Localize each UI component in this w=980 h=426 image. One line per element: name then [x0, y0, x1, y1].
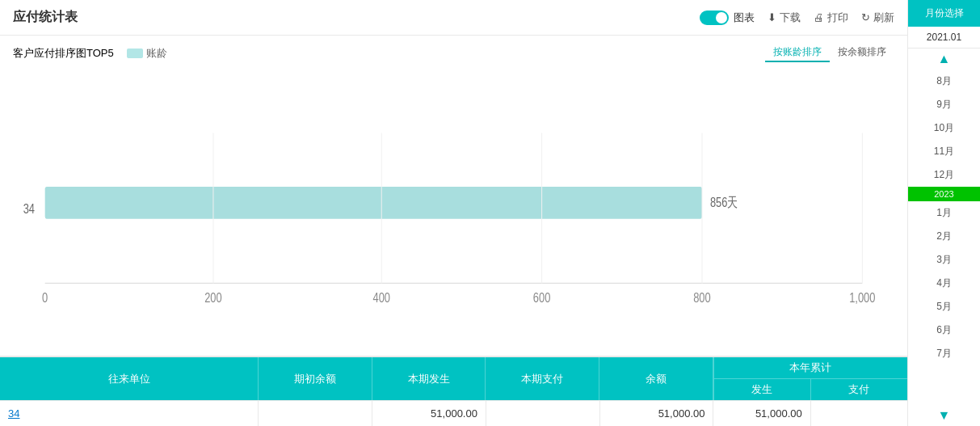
sidebar-month-7[interactable]: 7月 — [908, 342, 980, 365]
sort-buttons: 按账龄排序 按余额排序 — [765, 44, 894, 62]
chart-toggle-label: 图表 — [734, 11, 755, 25]
td-col2 — [259, 401, 372, 426]
legend-title: 客户应付排序图TOP5 — [13, 46, 114, 61]
svg-text:400: 400 — [372, 289, 390, 305]
sidebar-year-2023: 2023 — [908, 187, 980, 201]
chart-area: 客户应付排序图TOP5 账龄 按账龄排序 按余额排序 34 856天 — [0, 36, 907, 356]
sidebar-month-10[interactable]: 10月 — [908, 116, 980, 140]
sidebar-month-1[interactable]: 1月 — [908, 201, 980, 225]
th-col1: 往来单位 — [0, 357, 259, 400]
svg-text:34: 34 — [23, 200, 36, 216]
sidebar-month-5[interactable]: 5月 — [908, 295, 980, 318]
sidebar-header: 月份选择 — [908, 0, 980, 27]
chart-legend: 客户应付排序图TOP5 账龄 按账龄排序 按余额排序 — [13, 44, 894, 62]
th-col3: 本期发生 — [372, 357, 486, 400]
sort-by-account-btn[interactable]: 按账龄排序 — [765, 44, 830, 62]
table-row: 34 51,000.00 51,000.00 51,000.00 — [0, 400, 907, 426]
svg-text:856天: 856天 — [710, 194, 738, 209]
th-col5: 余额 — [599, 357, 713, 400]
sidebar-month-2[interactable]: 2月 — [908, 225, 980, 248]
svg-text:0: 0 — [42, 289, 48, 305]
print-label: 打印 — [827, 11, 848, 25]
sidebar-months: 8月 9月 10月 11月 12月 2023 1月 2月 3月 4月 5月 6月… — [908, 70, 980, 405]
sidebar-month-3[interactable]: 3月 — [908, 248, 980, 272]
sort-by-amount-btn[interactable]: 按余额排序 — [830, 44, 894, 62]
header: 应付统计表 图表 ⬇ 下载 🖨 打印 ↻ 刷新 — [0, 0, 907, 36]
download-label: 下载 — [780, 11, 801, 25]
sidebar: 月份选择 2021.01 ▲ 8月 9月 10月 11月 12月 2023 1月… — [907, 0, 980, 426]
legend-item: 账龄 — [127, 46, 167, 61]
svg-text:600: 600 — [533, 289, 551, 305]
chart-svg: 34 856天 0 200 400 600 800 1,000 — [13, 69, 894, 348]
refresh-icon: ↻ — [861, 11, 870, 23]
td-col1-link[interactable]: 34 — [8, 407, 19, 420]
th-col6-sub2: 支付 — [810, 379, 907, 400]
td-col3: 51,000.00 — [372, 401, 486, 426]
th-col4: 本期支付 — [486, 357, 599, 400]
svg-text:800: 800 — [693, 289, 711, 305]
sidebar-scroll-up-btn[interactable]: ▲ — [908, 49, 980, 70]
sidebar-scroll-down-btn[interactable]: ▼ — [908, 405, 980, 426]
th-col6-group-label: 本年累计 — [714, 357, 907, 379]
sidebar-month-4[interactable]: 4月 — [908, 272, 980, 295]
download-button[interactable]: ⬇ 下载 — [768, 11, 801, 25]
sidebar-year-input[interactable]: 2021.01 — [908, 27, 980, 49]
svg-text:1,000: 1,000 — [849, 289, 875, 305]
th-col6-sub1: 发生 — [714, 379, 810, 400]
header-actions: 图表 ⬇ 下载 🖨 打印 ↻ 刷新 — [700, 11, 894, 25]
svg-rect-1 — [45, 187, 702, 219]
print-button[interactable]: 🖨 打印 — [814, 11, 848, 25]
th-col2: 期初余额 — [259, 357, 372, 400]
chart-container: 34 856天 0 200 400 600 800 1,000 — [13, 69, 894, 348]
print-icon: 🖨 — [814, 11, 824, 23]
download-icon: ⬇ — [768, 11, 776, 23]
td-col6-group: 51,000.00 — [713, 401, 907, 426]
legend-label: 账龄 — [146, 46, 167, 61]
chart-toggle[interactable] — [700, 11, 729, 25]
refresh-label: 刷新 — [873, 11, 894, 25]
td-col1: 34 — [0, 401, 259, 426]
main-content: 应付统计表 图表 ⬇ 下载 🖨 打印 ↻ 刷新 客户应付排序图TOP5 — [0, 0, 907, 426]
chart-toggle-wrapper: 图表 — [700, 11, 755, 25]
table-header: 往来单位 期初余额 本期发生 本期支付 余额 本年累计 发生 支付 — [0, 357, 907, 400]
sidebar-month-9[interactable]: 9月 — [908, 93, 980, 116]
svg-text:200: 200 — [204, 289, 222, 305]
td-col6-sub2 — [811, 401, 907, 426]
legend-color-box — [127, 49, 143, 58]
table-area: 往来单位 期初余额 本期发生 本期支付 余额 本年累计 发生 支付 34 51,… — [0, 356, 907, 426]
page-title: 应付统计表 — [13, 9, 78, 26]
th-col6-subs: 发生 支付 — [714, 379, 907, 400]
sidebar-month-6[interactable]: 6月 — [908, 318, 980, 342]
td-col5: 51,000.00 — [600, 401, 714, 426]
sidebar-month-12[interactable]: 12月 — [908, 163, 980, 187]
refresh-button[interactable]: ↻ 刷新 — [861, 11, 894, 25]
td-col6-sub1: 51,000.00 — [713, 401, 810, 426]
sidebar-month-8[interactable]: 8月 — [908, 70, 980, 93]
th-col6-group: 本年累计 发生 支付 — [713, 357, 907, 400]
td-col4 — [486, 401, 600, 426]
sidebar-month-11[interactable]: 11月 — [908, 140, 980, 163]
